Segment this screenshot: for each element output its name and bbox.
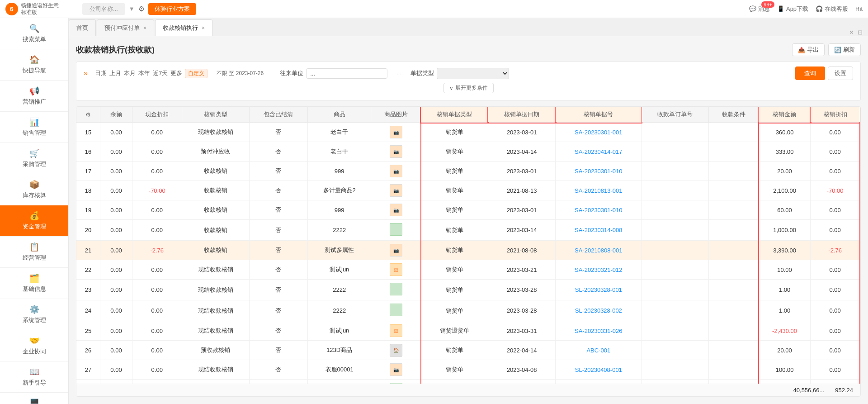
cell-no: 28 bbox=[76, 380, 100, 384]
cell-cancel-amount: 1.00 bbox=[759, 280, 811, 300]
cell-receipt-condition bbox=[709, 220, 759, 241]
sidebar-item-shortcut[interactable]: 🏠 快捷导航 bbox=[0, 49, 68, 81]
tab-collection-close[interactable]: × bbox=[202, 25, 205, 31]
cell-cancel-type: 收款核销 bbox=[182, 200, 249, 220]
th-include-cleared: 包含已结清 bbox=[249, 107, 307, 123]
table-row: 17 0.00 0.00 收款核销 否 999 📷 销货单 2023-03-01… bbox=[76, 162, 860, 181]
cell-cancel-doc-date: 2023-03-14 bbox=[488, 220, 556, 241]
cell-receipt-condition bbox=[709, 300, 759, 321]
export-icon: 📤 bbox=[798, 47, 805, 53]
sidebar-item-hardware[interactable]: 🖥️ 智能硬件 bbox=[0, 393, 68, 404]
tab-home[interactable]: 首页 bbox=[69, 19, 96, 36]
cell-cancel-doc-type: 销货单 bbox=[421, 162, 488, 181]
expand-arrow-icon[interactable]: » bbox=[84, 69, 88, 77]
sidebar-item-system[interactable]: ⚙️ 系统管理 bbox=[0, 299, 68, 330]
cell-cancel-doc-no[interactable]: SL-20230408-001 bbox=[556, 360, 642, 380]
date-more[interactable]: 更多 bbox=[170, 69, 182, 77]
top-bar-right: 💬 消息 99+ 📱 App下载 🎧 在线客服 Rit bbox=[749, 5, 863, 13]
cell-balance: 0.00 bbox=[100, 260, 132, 280]
cell-goods-image: 📷 bbox=[371, 200, 421, 220]
cell-cancel-type: 收款核销 bbox=[182, 162, 249, 181]
cell-cancel-doc-no[interactable]: SA-20210813-001 bbox=[556, 181, 642, 200]
doctype-select[interactable] bbox=[437, 68, 509, 79]
cell-receipt-order-no bbox=[642, 142, 709, 162]
sidebar-item-marketing[interactable]: 📢 营销推广 bbox=[0, 81, 68, 112]
date-7days[interactable]: 近7天 bbox=[153, 69, 168, 77]
query-button[interactable]: 查询 bbox=[795, 67, 825, 80]
sidebar-label-operation: 经营管理 bbox=[23, 254, 46, 262]
cancel-amount-total: 40,556,66... bbox=[793, 387, 825, 394]
counterpart-input[interactable] bbox=[306, 68, 387, 79]
cell-cancel-doc-type: 销货单 bbox=[421, 200, 488, 220]
cell-cancel-doc-date: 2023-04-14 bbox=[488, 142, 556, 162]
cell-cancel-doc-no[interactable]: SA-20230301-001 bbox=[556, 123, 642, 142]
app-download-btn[interactable]: 📱 App下载 bbox=[777, 5, 808, 13]
cell-cancel-doc-no[interactable]: SA-20230414-017 bbox=[556, 142, 642, 162]
cell-cancel-doc-no[interactable]: SL-20230418-001 bbox=[556, 380, 642, 384]
sidebar-item-purchase[interactable]: 🛒 采购管理 bbox=[0, 143, 68, 174]
logo-icon: 6 bbox=[5, 3, 18, 15]
expand-button[interactable]: ∨ 展开更多条件 bbox=[443, 83, 494, 93]
cell-cancel-doc-no[interactable]: SL-20230328-001 bbox=[556, 280, 642, 300]
cell-cancel-doc-no[interactable]: SA-20230321-012 bbox=[556, 260, 642, 280]
sidebar-item-finance[interactable]: 💰 资金管理 bbox=[0, 205, 68, 237]
tab-collection[interactable]: 收款核销执行 × bbox=[155, 19, 212, 36]
cell-cancel-doc-date: 2022-04-14 bbox=[488, 341, 556, 360]
sidebar-item-search[interactable]: 🔍 搜索菜单 bbox=[0, 18, 68, 49]
cell-goods: 老白干 bbox=[308, 123, 371, 142]
date-last-month[interactable]: 上月 bbox=[109, 69, 121, 77]
sidebar-item-guide[interactable]: 📖 新手引导 bbox=[0, 361, 68, 393]
operation-icon: 📋 bbox=[29, 242, 39, 252]
cell-receipt-order-no bbox=[642, 241, 709, 260]
cell-cancel-doc-no[interactable]: SA-20210808-001 bbox=[556, 241, 642, 260]
sidebar-label-marketing: 营销推广 bbox=[23, 98, 46, 106]
tab-prepay[interactable]: 预付冲应付单 × bbox=[97, 19, 154, 36]
gear-icon[interactable]: ⚙ bbox=[138, 5, 145, 13]
cell-cancel-amount: -2,430.00 bbox=[759, 321, 811, 341]
sidebar-item-inventory[interactable]: 📦 库存核算 bbox=[0, 174, 68, 205]
cell-receipt-order-no bbox=[642, 341, 709, 360]
cell-balance: 0.00 bbox=[100, 142, 132, 162]
tab-prepay-close[interactable]: × bbox=[143, 25, 146, 31]
date-custom[interactable]: 自定义 bbox=[185, 69, 208, 78]
cell-cancel-doc-no[interactable]: SA-20230301-010 bbox=[556, 200, 642, 220]
cell-include-cleared: 否 bbox=[249, 341, 307, 360]
cell-cancel-doc-type: 销货单 bbox=[421, 360, 488, 380]
cell-goods-image: 🖼 bbox=[371, 321, 421, 341]
date-this-year[interactable]: 本年 bbox=[138, 69, 150, 77]
sidebar-item-operation[interactable]: 📋 经营管理 bbox=[0, 237, 68, 268]
sidebar-item-sales[interactable]: 📊 销售管理 bbox=[0, 112, 68, 143]
online-service-btn[interactable]: 🎧 在线客服 bbox=[816, 5, 848, 13]
cell-goods-image: 📷 bbox=[371, 181, 421, 200]
messages-btn[interactable]: 💬 消息 99+ bbox=[749, 5, 770, 13]
page-header: 收款核销执行(按收款) 📤 导出 🔄 刷新 bbox=[76, 43, 861, 56]
industry-button[interactable]: 休验行业方案 bbox=[148, 3, 196, 15]
refresh-button[interactable]: 🔄 刷新 bbox=[828, 43, 861, 56]
dropdown-icon[interactable]: ▼ bbox=[129, 5, 135, 12]
main-area: 首页 预付冲应付单 × 收款核销执行 × ✕ ⊡ 收款核销执行(按收款) bbox=[69, 18, 868, 404]
inventory-icon: 📦 bbox=[29, 180, 39, 190]
maximize-icon[interactable]: ⊡ bbox=[858, 29, 863, 36]
settings-button[interactable]: 设置 bbox=[828, 67, 853, 80]
cell-cancel-doc-no[interactable]: SA-20230314-008 bbox=[556, 220, 642, 241]
cell-cash-discount: 0.00 bbox=[132, 220, 182, 241]
date-this-month[interactable]: 本月 bbox=[124, 69, 136, 77]
cell-goods: 2222 bbox=[308, 220, 371, 241]
sidebar-item-basic[interactable]: 🗂️ 基础信息 bbox=[0, 268, 68, 299]
cell-cancel-doc-no[interactable]: SA-20230301-010 bbox=[556, 162, 642, 181]
cell-cancel-doc-no[interactable]: ABC-001 bbox=[556, 341, 642, 360]
export-button[interactable]: 📤 导出 bbox=[792, 43, 825, 56]
cell-cancel-discount: 0.00 bbox=[811, 321, 860, 341]
marketing-icon: 📢 bbox=[29, 86, 39, 96]
th-receipt-order-no: 收款单订单号 bbox=[642, 107, 709, 123]
cell-goods: 测试jun bbox=[308, 260, 371, 280]
cell-cancel-doc-no[interactable]: SL-20230328-002 bbox=[556, 300, 642, 321]
cell-cancel-doc-date: 2021-08-13 bbox=[488, 181, 556, 200]
cell-cancel-doc-no[interactable]: SA-20230331-026 bbox=[556, 321, 642, 341]
close-window-icon[interactable]: ✕ bbox=[849, 29, 854, 36]
table-scroll[interactable]: ⚙ 余额 现金折扣 核销类型 包含已结清 商品 商品图片 核销单据类型 核销单据… bbox=[76, 107, 860, 384]
sidebar-label-system: 系统管理 bbox=[23, 316, 46, 324]
cell-cancel-discount: 0.00 bbox=[811, 200, 860, 220]
th-cancel-discount: 核销折扣 bbox=[811, 107, 860, 123]
sidebar-item-enterprise[interactable]: 🤝 企业协同 bbox=[0, 330, 68, 361]
